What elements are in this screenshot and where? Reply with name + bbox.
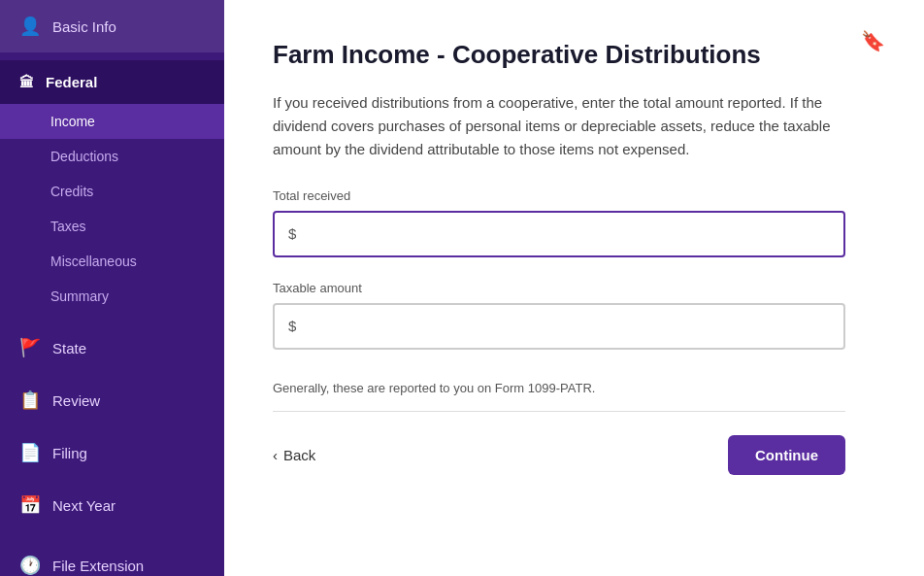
sidebar-subitem-summary[interactable]: Summary (0, 279, 224, 314)
page-description: If you received distributions from a coo… (273, 91, 845, 161)
taxable-amount-label: Taxable amount (273, 281, 845, 295)
flag-icon: 🚩 (19, 337, 41, 358)
sidebar-subitem-taxes[interactable]: Taxes (0, 209, 224, 244)
back-button[interactable]: ‹ Back (273, 447, 315, 463)
continue-button[interactable]: Continue (728, 435, 845, 475)
taxable-amount-prefix: $ (288, 318, 296, 334)
total-received-label: Total received (273, 188, 845, 203)
sidebar-subitem-deductions[interactable]: Deductions (0, 139, 224, 174)
person-icon: 👤 (19, 16, 41, 37)
section-divider (273, 411, 845, 412)
clipboard-icon: 📋 (19, 390, 41, 411)
sidebar-item-label: Filing (52, 445, 87, 461)
sidebar-subitem-miscellaneous[interactable]: Miscellaneous (0, 244, 224, 279)
taxable-amount-input-wrapper: $ (273, 303, 845, 350)
total-received-field: Total received $ (273, 188, 845, 257)
sidebar-item-label: Review (52, 392, 100, 409)
total-received-prefix: $ (288, 225, 296, 242)
sidebar-item-label: File Extension (52, 558, 144, 574)
sidebar-item-state[interactable]: 🚩 State (0, 322, 224, 374)
sidebar-item-label: Basic Info (52, 18, 116, 35)
sidebar-subitem-income[interactable]: Income (0, 104, 224, 139)
sidebar-subitem-credits[interactable]: Credits (0, 174, 224, 209)
total-received-input[interactable] (304, 225, 830, 242)
total-received-input-wrapper: $ (273, 211, 845, 257)
bookmark-icon: 🔖 (861, 30, 885, 51)
hint-text: Generally, these are reported to you on … (273, 381, 845, 395)
continue-button-label: Continue (755, 447, 818, 463)
federal-section: 🏛 Federal Income Deductions Credits Taxe… (0, 60, 224, 314)
sidebar-item-file-extension[interactable]: 🕐 File Extension (0, 539, 224, 576)
document-icon: 📄 (19, 442, 41, 463)
back-button-label: Back (283, 447, 315, 463)
sidebar-item-label: Federal (46, 74, 97, 90)
sidebar-item-label: State (52, 340, 86, 356)
building-icon: 🏛 (19, 74, 34, 90)
clock-icon: 🕐 (19, 555, 41, 576)
page-title: Farm Income - Cooperative Distributions (273, 39, 836, 72)
calendar-icon: 📅 (19, 494, 41, 516)
sidebar-item-next-year[interactable]: 📅 Next Year (0, 479, 224, 531)
sidebar-item-federal[interactable]: 🏛 Federal (0, 60, 224, 104)
sidebar-item-filing[interactable]: 📄 Filing (0, 426, 224, 479)
sidebar: 👤 Basic Info 🏛 Federal Income Deductions… (0, 0, 224, 576)
sidebar-item-basic-info[interactable]: 👤 Basic Info (0, 0, 224, 52)
taxable-amount-input[interactable] (304, 318, 830, 334)
sidebar-item-label: Next Year (52, 497, 116, 514)
main-content: 🔖 Farm Income - Cooperative Distribution… (224, 0, 924, 576)
nav-buttons: ‹ Back Continue (273, 435, 845, 475)
bookmark-button[interactable]: 🔖 (861, 29, 885, 52)
sidebar-item-review[interactable]: 📋 Review (0, 374, 224, 426)
taxable-amount-field: Taxable amount $ (273, 281, 845, 350)
chevron-left-icon: ‹ (273, 447, 278, 463)
